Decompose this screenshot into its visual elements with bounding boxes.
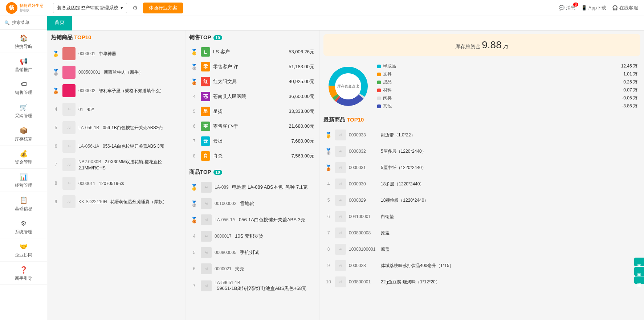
sidebar-icon-sales: 🏷 (20, 81, 27, 88)
product-name: 新西兰牛肉（新牛） (104, 70, 143, 75)
sidebar-icon-operations: 📊 (20, 173, 28, 181)
help-button[interactable]: 服务社区 (634, 267, 644, 276)
silver-medal-icon: 🥈 (325, 148, 332, 155)
rank-number: 5 (191, 250, 198, 255)
tab-home[interactable]: 首页 (47, 16, 72, 30)
new-product-img: Ai (335, 195, 346, 206)
new-product-code: 0000032 (349, 149, 378, 154)
message-badge: 6 (573, 3, 578, 7)
sidebar-label-quick-nav: 快捷导航 (15, 44, 32, 50)
gear-icon[interactable]: ⚙ (130, 3, 140, 13)
customer-avatar: L (201, 47, 210, 57)
hot-product-item: 6Ai LA-056-1A 056-1A白色按键开关盖ABS 3壳 (51, 137, 182, 156)
new-product-item: 🥇 Ai 0000033 封边带（1.0*22） (323, 127, 640, 143)
product-img-placeholder: Ai (62, 140, 76, 153)
col-left: 热销商品 TOP10 🥇 0000001 中华神器 🥈 000500001 新西… (47, 30, 185, 320)
legend-name: 材料 (383, 87, 621, 93)
legend-item: 其他 -3.86 万 (377, 103, 637, 109)
product-thumbnail (62, 47, 76, 60)
chart-center-label: 库存资金占比 (337, 84, 359, 89)
rank-number: 7 (191, 283, 198, 288)
sidebar-label-inventory: 库存核算 (15, 136, 32, 142)
new-product-item: 5 Ai 0000029 18颗粒板（1220*2440） (323, 192, 640, 209)
customers-label: 销售TOP (189, 34, 211, 41)
silver-medal-icon: 🥈 (191, 63, 198, 70)
product-name: 12070519-xs (99, 181, 124, 186)
main-layout: 🔍 搜索菜单 🏠 快捷导航📢 营销推广🏷 销售管理🛒 采购管理📦 库存核算💰 资… (0, 16, 644, 320)
topbar-center: 装备及固定资产辅助管理系统 ▾ ⚙ 体验行业方案 (53, 3, 559, 13)
product-code: 0000017 (215, 234, 232, 239)
message-btn[interactable]: 💬 消息 6 (559, 5, 575, 11)
rank-number: 5 (191, 109, 198, 114)
product-info: 0000011 12070519-xs (78, 181, 180, 186)
logo-sub: 标准版 (20, 8, 44, 13)
customer-name: 云扬 (213, 138, 288, 144)
new-product-item: 8 Ai 10000100001 原盖 (323, 241, 640, 258)
sidebar-item-basic[interactable]: 📋 基础信息 (0, 192, 47, 215)
new-product-name: 白钢垫 (381, 214, 639, 220)
rank-number: 6 (325, 214, 332, 219)
customer-list-item: 8 肖 肖总 7,563.00元 (189, 149, 316, 164)
product-name: 056-1A白色按键开关盖ABS 3壳 (103, 144, 164, 149)
product-thumbnail (62, 84, 76, 97)
top-product-item: 🥉 Ai LA-056-1A 056-1A白色按键开关盖ABS 3壳 (189, 212, 316, 228)
product-name: 手机测试 (240, 250, 259, 255)
sidebar-icon-purchase: 🛒 (20, 103, 28, 111)
sidebar-item-marketing[interactable]: 📢 营销推广 (0, 53, 47, 76)
product-code: LA-59651-1B (215, 280, 240, 285)
product-name: 电池盖 LA-089 ABS本色+黑种 7.1克 (232, 184, 307, 190)
product-img-placeholder: Ai (201, 247, 212, 258)
sidebar-item-guide[interactable]: ❓ 新手引导 (0, 262, 47, 285)
new-product-img: Ai (335, 211, 346, 222)
rank-number: 8 (325, 247, 332, 252)
chart-area: 库存资金占比 半成品 12.45 万 文具 1.01 万 成品 0.25 万 材… (323, 60, 640, 112)
product-code: LA-056-1B (78, 125, 99, 130)
sidebar-item-quick-nav[interactable]: 🏠 快捷导航 (0, 30, 47, 53)
new-product-img: Ai (335, 244, 346, 255)
new-product-img: Ai (335, 162, 346, 173)
col-mid: 销售TOP 10 🥇 L LS 客户 53,006.26元🥈 零 零售客户-许 … (185, 30, 319, 320)
product-name: 夹壳 (235, 266, 244, 271)
product-img-placeholder: Ai (201, 198, 212, 209)
hot-product-item: 5Ai LA-056-1B 056-1B白色按键开关壳ABS2壳 (51, 119, 182, 137)
system-selector[interactable]: 装备及固定资产辅助管理系统 ▾ (53, 3, 127, 13)
product-name: 59651-1B旋转投影灯电池盒ABS黑色+58壳 (217, 286, 306, 291)
product-code: 0000002 (78, 88, 95, 93)
sidebar-item-finance[interactable]: 💰 资金管理 (0, 145, 47, 169)
customer-name: 星扬 (213, 108, 286, 115)
product-code: 0000001 (78, 51, 95, 56)
help-button[interactable]: 客服热线 (634, 258, 644, 266)
sidebar-item-operations[interactable]: 📊 经营管理 (0, 169, 47, 192)
rank-number: 8 (191, 153, 198, 159)
customer-name: 红太阳文具 (213, 78, 286, 85)
hot-product-item: 🥇 0000001 中华神器 (51, 45, 182, 63)
sidebar-item-system[interactable]: ⚙ 系统管理 (0, 215, 47, 238)
try-btn[interactable]: 体验行业方案 (143, 3, 183, 13)
legend-item: 成品 0.25 万 (377, 79, 637, 85)
product-img-placeholder: Ai (62, 195, 76, 208)
rank-number: 4 (325, 181, 332, 186)
sidebar-search[interactable]: 🔍 搜索菜单 (0, 16, 47, 30)
product-code: 0000011 (78, 181, 95, 186)
product-info: 000500001 新西兰牛肉（新牛） (78, 69, 180, 75)
sidebar-item-enterprise[interactable]: 🤝 企业协同 (0, 238, 47, 262)
sidebar-item-sales[interactable]: 🏷 销售管理 (0, 76, 47, 99)
online-service-btn[interactable]: 🎧 在线客服 (612, 5, 638, 11)
rank-number: 10 (325, 279, 332, 284)
sidebar-label-basic: 基础信息 (15, 206, 32, 212)
rank-number: 9 (325, 263, 332, 268)
rank-number: 8 (52, 181, 60, 186)
help-button[interactable]: 直播 (634, 276, 644, 284)
sidebar-item-purchase[interactable]: 🛒 采购管理 (0, 99, 47, 122)
product-img-placeholder: Ai (201, 214, 212, 225)
search-icon: 🔍 (4, 20, 10, 25)
silver-medal-icon: 🥈 (52, 69, 60, 76)
sidebar-icon-system: ⚙ (21, 220, 27, 227)
legend-value: 1.01 万 (623, 71, 637, 77)
sidebar-item-inventory[interactable]: 📦 库存核算 (0, 122, 47, 145)
new-product-name: 原盖 (381, 246, 639, 253)
customer-value: 40,925.00元 (289, 78, 314, 85)
app-download-btn[interactable]: 📱 App下载 (581, 5, 606, 11)
product-name: 花语萌恒温分腿睡袋（厚款） (110, 199, 167, 204)
product-info: 0000002 智利车子里（规格不知道填什么） (78, 88, 180, 94)
